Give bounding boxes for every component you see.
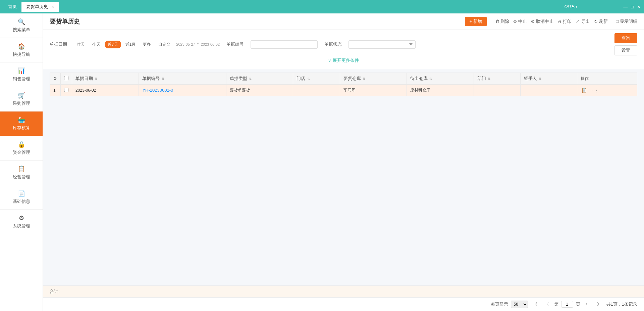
cell-department [474,85,520,96]
sidebar-item-finance-mgmt[interactable]: 🔒 资金管理 [0,136,43,161]
refresh-button[interactable]: ↻ 刷新 [594,18,608,25]
sidebar-item-purchase-label: 采购管理 [13,100,30,106]
cell-order-type: 要货单要货 [226,85,293,96]
total-label: 合计: [50,288,60,295]
date-today-btn[interactable]: 今天 [89,41,103,48]
per-page-select[interactable]: 10 20 50 100 [511,301,528,308]
main-layout: 🔍 搜索菜单 🏠 快捷导航 📊 销售管理 🛒 采购管理 🏪 库存核算 🔒 资金管… [0,13,644,311]
sidebar-item-search-menu[interactable]: 🔍 搜索菜单 [0,13,43,38]
order-no-link[interactable]: YH-20230602-0 [142,88,173,93]
row-checkbox[interactable] [64,88,68,92]
sort-department-icon: ⇅ [488,77,490,81]
settings-button[interactable]: 设置 [614,45,637,55]
order-no-input[interactable] [251,40,318,49]
cell-checkbox[interactable] [61,85,72,96]
date-filter-label: 单据日期 [50,41,67,47]
cell-handler [520,85,577,96]
per-page-label: 每页显示 [491,301,508,307]
cancel-stop-button[interactable]: ⊘ 取消中止 [531,18,553,25]
stop-button[interactable]: ⊘ 中止 [513,18,527,25]
tab-home[interactable]: 首页 [3,2,21,12]
cell-order-date: 2023-06-02 [72,85,139,96]
page-input-label: 第 [554,301,558,307]
minimize-btn[interactable]: — [623,4,628,9]
sort-store-icon: ⇅ [307,77,310,81]
page-header: 要货单历史 + 新增 🗑 删除 ⊘ 中止 ⊘ 取消中止 🖨 打印 ↗ 导出 ↻ … [43,13,644,30]
sidebar-item-operations-mgmt[interactable]: 📋 经营管理 [0,161,43,185]
total-pages-label: 共1页，1条记录 [606,301,637,307]
col-department[interactable]: 部门 ⇅ [474,73,520,85]
tab-close-icon[interactable]: × [51,4,54,9]
status-select[interactable] [348,40,416,49]
more-op-btn[interactable]: ⋮⋮ [590,88,599,93]
export-button[interactable]: ↗ 导出 [576,18,590,25]
query-button[interactable]: 查询 [614,33,637,43]
sidebar-item-search-label: 搜索菜单 [13,27,30,33]
table-area: ⚙ 单据日期 ⇅ 单据编号 ⇅ 单据类型 [43,69,644,285]
col-order-no[interactable]: 单据编号 ⇅ [139,73,226,85]
sidebar-item-system-mgmt[interactable]: ⚙ 系统管理 [0,210,43,234]
sort-req-warehouse-icon: ⇅ [363,77,365,81]
next-page-btn[interactable]: 〉 [583,300,592,308]
expand-more-label: 展开更多条件 [333,57,359,63]
maximize-btn[interactable]: □ [631,4,634,9]
sort-order-no-icon: ⇅ [162,77,164,81]
sidebar-item-inventory[interactable]: 🏪 库存核算 [0,112,43,136]
expand-more-btn[interactable]: ∨ 展开更多条件 [50,55,637,65]
operations-icon: 📋 [18,165,25,173]
divider-1 [491,19,491,24]
edit-op-btn[interactable]: 📋 [581,88,587,93]
select-all-checkbox[interactable] [64,76,68,80]
page-number-input[interactable] [561,301,573,308]
table-header-row: ⚙ 单据日期 ⇅ 单据编号 ⇅ 单据类型 [50,73,637,85]
new-button[interactable]: + 新增 [465,17,487,26]
filter-row-1: 单据日期 昨天 今天 近7天 近1月 更多 自定义 2023-05-27 至 2… [50,33,637,55]
delete-button[interactable]: 🗑 删除 [495,18,509,25]
col-operations: 操作 [577,73,637,85]
date-more-btn[interactable]: 更多 [140,41,154,48]
col-settings[interactable]: ⚙ [50,73,61,85]
cell-index: 1 [50,85,61,96]
last-page-btn[interactable]: 》 [595,300,604,308]
toolbar: + 新增 🗑 删除 ⊘ 中止 ⊘ 取消中止 🖨 打印 ↗ 导出 ↻ 刷新 □ 显… [465,17,637,26]
sidebar-item-purchase-mgmt[interactable]: 🛒 采购管理 [0,87,43,112]
display-detail-button[interactable]: □ 显示明细 [616,18,637,25]
footer-bar: 合计: [43,285,644,297]
sidebar-item-inventory-label: 库存核算 [13,125,30,131]
date-custom-btn[interactable]: 自定义 [155,41,173,48]
system-icon: ⚙ [19,214,24,222]
date-last7days-btn[interactable]: 近7天 [105,41,121,48]
sidebar-item-sales-label: 销售管理 [13,76,30,82]
print-button[interactable]: 🖨 打印 [557,18,572,25]
col-checkbox [61,73,72,85]
close-btn[interactable]: ✕ [637,4,641,9]
tab-order-history[interactable]: 要货单历史 × [21,2,59,12]
divider-2 [612,19,612,24]
data-table: ⚙ 单据日期 ⇅ 单据编号 ⇅ 单据类型 [50,73,637,96]
col-store[interactable]: 门店 ⇅ [293,73,340,85]
date-yesterday-btn[interactable]: 昨天 [74,41,88,48]
date-range-display: 2023-05-27 至 2023-06-02 [176,42,220,47]
sidebar-item-basic-info[interactable]: 📄 基础信息 [0,185,43,210]
table-row: 1 2023-06-02 YH-20230602-0 要货单要货 车间库 原材料… [50,85,637,96]
cell-operations: 📋 ⋮⋮ [577,85,637,96]
page-unit-label: 页 [576,301,580,307]
col-req-warehouse[interactable]: 要货仓库 ⇅ [340,73,407,85]
expand-more-icon: ∨ [328,58,331,63]
col-handler[interactable]: 经手人 ⇅ [520,73,577,85]
col-pending-warehouse[interactable]: 待出仓库 ⇅ [407,73,474,85]
tab-order-history-label: 要货单历史 [26,4,48,10]
cell-order-no[interactable]: YH-20230602-0 [139,85,226,96]
first-page-btn[interactable]: 《 [531,300,540,308]
prev-page-btn[interactable]: 〈 [542,300,551,308]
shortcut-nav-icon: 🏠 [18,43,25,50]
sidebar-item-system-label: 系统管理 [13,223,30,229]
purchase-icon: 🛒 [18,92,25,99]
sidebar-item-sales-mgmt[interactable]: 📊 销售管理 [0,62,43,87]
sidebar-item-shortcut-nav[interactable]: 🏠 快捷导航 [0,38,43,62]
col-order-type[interactable]: 单据类型 ⇅ [226,73,293,85]
basic-info-icon: 📄 [18,190,25,197]
date-last1month-btn[interactable]: 近1月 [122,41,139,48]
cell-store [293,85,340,96]
col-order-date[interactable]: 单据日期 ⇅ [72,73,139,85]
